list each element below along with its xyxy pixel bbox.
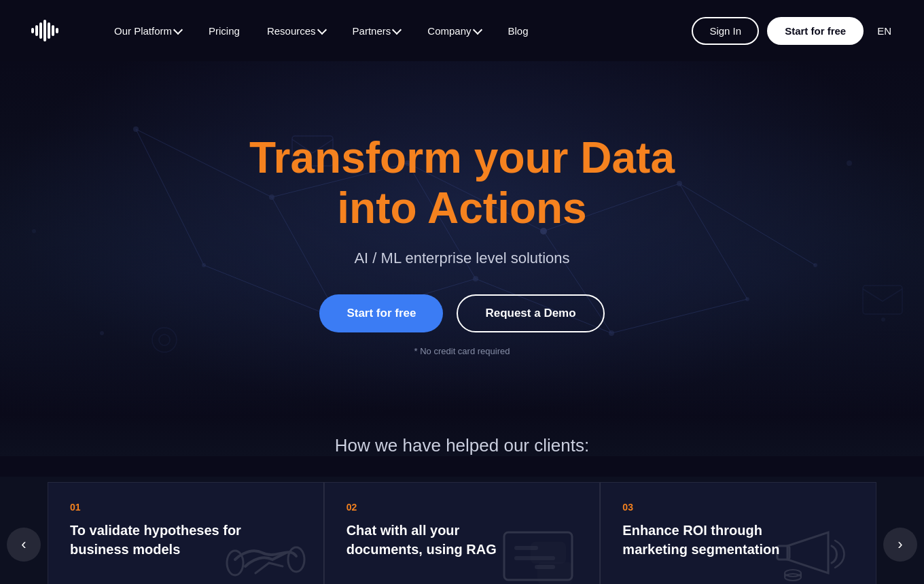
nav-our-platform[interactable]: Our Platform <box>103 20 192 42</box>
svg-rect-37 <box>863 286 902 314</box>
card-2-bg-icon <box>497 526 586 585</box>
svg-rect-49 <box>538 563 572 583</box>
logo[interactable] <box>27 13 63 48</box>
svg-point-38 <box>152 328 177 352</box>
nav-links: Our Platform Pricing Resources Partners … <box>103 20 692 42</box>
svg-point-43 <box>288 547 304 572</box>
nav-company[interactable]: Company <box>416 20 491 42</box>
svg-rect-3 <box>43 20 46 41</box>
chevron-icon <box>173 24 183 34</box>
navbar: Our Platform Pricing Resources Partners … <box>0 0 924 61</box>
clients-section: How we have helped our clients: <box>0 415 924 456</box>
svg-point-35 <box>32 229 36 233</box>
start-free-hero-button[interactable]: Start for free <box>319 294 443 332</box>
no-card-text: * No credit card required <box>249 346 675 356</box>
svg-rect-5 <box>52 25 54 36</box>
nav-resources[interactable]: Resources <box>256 20 336 42</box>
svg-rect-6 <box>56 28 58 33</box>
card-2-number: 02 <box>346 502 578 513</box>
card-1: 01 To validate hypotheses for business m… <box>48 482 324 585</box>
svg-rect-1 <box>35 25 38 36</box>
svg-rect-0 <box>31 28 34 33</box>
carousel-prev-button[interactable]: ‹ <box>7 528 41 562</box>
card-2-text: Chat with all your documents, using RAG <box>346 521 523 559</box>
request-demo-button[interactable]: Request a Demo <box>457 294 604 332</box>
svg-line-20 <box>679 184 747 299</box>
svg-point-31 <box>745 297 749 301</box>
clients-heading: How we have helped our clients: <box>27 435 897 456</box>
svg-line-11 <box>679 184 815 265</box>
svg-rect-4 <box>48 22 50 39</box>
nav-blog[interactable]: Blog <box>497 20 539 42</box>
svg-line-16 <box>136 129 204 265</box>
svg-point-33 <box>847 160 852 166</box>
cards-carousel: ‹ 01 To validate hypotheses for business… <box>0 477 924 584</box>
svg-rect-48 <box>531 543 565 563</box>
card-1-bg-icon <box>221 519 310 585</box>
card-1-number: 01 <box>70 502 302 513</box>
hero-subtitle: AI / ML enterprise level solutions <box>249 250 675 267</box>
svg-point-34 <box>881 317 885 322</box>
card-2: 02 Chat with all your documents, using R… <box>324 482 601 585</box>
card-3: 03 Enhance ROI through marketing segment… <box>600 482 876 585</box>
svg-point-42 <box>227 551 243 575</box>
svg-point-21 <box>133 126 139 132</box>
hero-content: Transform your Data into Actions AI / ML… <box>249 133 675 356</box>
svg-point-26 <box>813 263 817 267</box>
svg-point-39 <box>159 334 170 345</box>
card-3-number: 03 <box>622 502 854 513</box>
hero-section: Transform your Data into Actions AI / ML… <box>0 61 924 415</box>
chevron-icon <box>392 24 402 34</box>
chevron-icon <box>472 24 482 34</box>
svg-point-27 <box>202 263 206 267</box>
hero-title: Transform your Data into Actions <box>249 133 675 233</box>
card-3-bg-icon <box>767 519 862 585</box>
cards-container: 01 To validate hypotheses for business m… <box>48 482 876 585</box>
svg-point-32 <box>100 331 104 335</box>
nav-pricing[interactable]: Pricing <box>198 20 251 42</box>
start-free-nav-button[interactable]: Start for free <box>767 17 864 45</box>
card-1-text: To validate hypotheses for business mode… <box>70 521 247 559</box>
carousel-next-button[interactable]: › <box>883 528 917 562</box>
hero-buttons: Start for free Request a Demo <box>249 294 675 332</box>
language-selector[interactable]: EN <box>872 22 897 39</box>
svg-rect-2 <box>39 22 42 39</box>
nav-partners[interactable]: Partners <box>342 20 412 42</box>
svg-point-25 <box>677 181 682 186</box>
signin-button[interactable]: Sign In <box>692 17 759 45</box>
nav-right: Sign In Start for free EN <box>692 17 897 45</box>
chevron-icon <box>317 24 327 34</box>
